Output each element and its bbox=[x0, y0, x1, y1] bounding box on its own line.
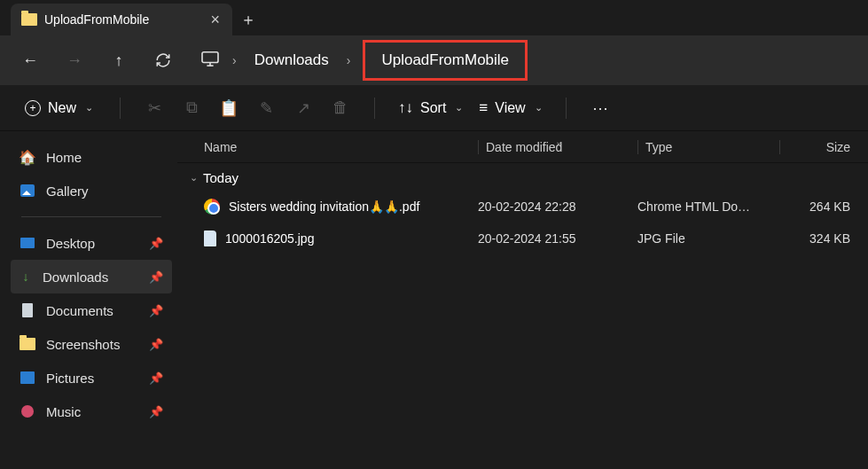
breadcrumb-item-downloads[interactable]: Downloads bbox=[249, 48, 334, 73]
sidebar-item-documents[interactable]: Documents 📌 bbox=[11, 293, 172, 327]
gallery-icon bbox=[20, 184, 35, 197]
refresh-icon bbox=[155, 52, 171, 68]
toolbar: + New ⌄ ✂ ⧉ 📋 ✎ ↗ 🗑 ↑↓ Sort ⌄ ≡ View ⌄ ⋯ bbox=[0, 85, 868, 131]
sidebar-item-label: Desktop bbox=[46, 236, 95, 251]
file-date: 20-02-2024 22:28 bbox=[478, 199, 637, 214]
sidebar-item-label: Downloads bbox=[43, 270, 108, 285]
new-button[interactable]: + New ⌄ bbox=[16, 95, 102, 121]
nav-row: ← → ↑ › Downloads › UploadFromMobile bbox=[0, 35, 868, 85]
sidebar-item-label: Music bbox=[46, 404, 81, 419]
sidebar-item-music[interactable]: Music 📌 bbox=[11, 395, 172, 428]
folder-icon bbox=[20, 338, 35, 350]
cut-button[interactable]: ✂ bbox=[138, 92, 170, 124]
sidebar-item-home[interactable]: 🏠 Home bbox=[11, 140, 172, 174]
col-date-label: Date modified bbox=[486, 140, 562, 154]
chevron-right-icon: › bbox=[347, 53, 351, 67]
divider bbox=[21, 216, 161, 217]
svg-rect-0 bbox=[202, 51, 218, 62]
file-size: 264 KB bbox=[779, 199, 868, 214]
separator bbox=[566, 98, 567, 119]
col-date[interactable]: ⌄ Date modified bbox=[478, 140, 637, 154]
separator bbox=[120, 98, 121, 119]
sidebar-item-label: Gallery bbox=[46, 184, 89, 199]
file-type: JPG File bbox=[637, 231, 779, 246]
sidebar-item-downloads[interactable]: Downloads 📌 bbox=[11, 260, 172, 293]
separator bbox=[374, 98, 375, 119]
pin-icon: 📌 bbox=[149, 304, 163, 317]
sort-indicator-icon: ⌄ bbox=[555, 137, 562, 146]
breadcrumb-item-uploadfrommobile[interactable]: UploadFromMobile bbox=[381, 51, 509, 69]
paste-button[interactable]: 📋 bbox=[213, 92, 245, 124]
delete-button[interactable]: 🗑 bbox=[325, 92, 356, 124]
column-headers: Name ⌄ Date modified Type Size bbox=[177, 131, 868, 163]
file-size: 324 KB bbox=[779, 231, 868, 246]
view-label: View bbox=[495, 100, 525, 116]
file-name: 1000016205.jpg bbox=[225, 231, 314, 246]
sort-label: Sort bbox=[420, 100, 446, 116]
document-icon bbox=[22, 303, 33, 317]
download-icon bbox=[20, 270, 32, 283]
tab-title: UploadFromMobile bbox=[44, 12, 149, 27]
file-date: 20-02-2024 21:55 bbox=[478, 231, 637, 246]
close-icon[interactable]: × bbox=[210, 12, 220, 27]
view-button[interactable]: ≡ View ⌄ bbox=[473, 99, 547, 117]
pc-icon[interactable] bbox=[200, 51, 220, 71]
sidebar-item-desktop[interactable]: Desktop 📌 bbox=[11, 226, 172, 260]
sort-icon: ↑↓ bbox=[398, 99, 413, 117]
chrome-icon bbox=[204, 199, 220, 215]
sidebar-item-pictures[interactable]: Pictures 📌 bbox=[11, 361, 172, 395]
image-file-icon bbox=[204, 231, 216, 246]
pictures-icon bbox=[20, 371, 35, 384]
up-button[interactable]: ↑ bbox=[99, 44, 138, 76]
sidebar-item-gallery[interactable]: Gallery bbox=[11, 174, 172, 207]
pin-icon: 📌 bbox=[149, 371, 163, 385]
share-button[interactable]: ↗ bbox=[287, 92, 319, 124]
pin-icon: 📌 bbox=[149, 405, 163, 418]
rename-button[interactable]: ✎ bbox=[250, 92, 282, 124]
pin-icon: 📌 bbox=[149, 237, 163, 250]
new-label: New bbox=[48, 100, 76, 116]
chevron-down-icon: ⌄ bbox=[190, 172, 198, 184]
sort-button[interactable]: ↑↓ Sort ⌄ bbox=[393, 99, 468, 117]
group-label: Today bbox=[203, 170, 239, 185]
forward-button[interactable]: → bbox=[55, 44, 94, 76]
plus-icon: + bbox=[25, 100, 41, 116]
sidebar-item-label: Home bbox=[46, 150, 82, 165]
col-name[interactable]: Name bbox=[177, 140, 478, 154]
file-type: Chrome HTML Do… bbox=[637, 199, 779, 214]
back-button[interactable]: ← bbox=[11, 44, 50, 76]
chevron-right-icon: › bbox=[232, 53, 237, 67]
pin-icon: 📌 bbox=[149, 270, 163, 284]
col-type[interactable]: Type bbox=[637, 140, 779, 154]
home-icon: 🏠 bbox=[20, 150, 35, 164]
chevron-down-icon: ⌄ bbox=[455, 102, 463, 113]
desktop-icon bbox=[20, 238, 35, 248]
breadcrumb: › Downloads › UploadFromMobile bbox=[200, 40, 528, 81]
copy-button[interactable]: ⧉ bbox=[176, 92, 207, 124]
breadcrumb-highlight: UploadFromMobile bbox=[363, 40, 528, 81]
sidebar-item-label: Documents bbox=[46, 303, 113, 318]
tab-uploadfrommobile[interactable]: UploadFromMobile × bbox=[11, 4, 232, 35]
file-list: Name ⌄ Date modified Type Size ⌄ Today S… bbox=[177, 131, 868, 469]
refresh-button[interactable] bbox=[144, 44, 183, 76]
folder-icon bbox=[21, 13, 37, 26]
tabbar: UploadFromMobile × ＋ bbox=[0, 0, 868, 35]
group-header-today[interactable]: ⌄ Today bbox=[177, 163, 868, 191]
monitor-icon bbox=[200, 51, 220, 66]
sidebar-item-label: Pictures bbox=[46, 371, 94, 386]
main: 🏠 Home Gallery Desktop 📌 Downloads 📌 Doc… bbox=[0, 131, 868, 469]
new-tab-button[interactable]: ＋ bbox=[232, 4, 264, 35]
sidebar-item-label: Screenshots bbox=[46, 337, 120, 352]
col-size[interactable]: Size bbox=[779, 140, 868, 154]
chevron-down-icon: ⌄ bbox=[85, 102, 93, 113]
view-icon: ≡ bbox=[479, 99, 488, 117]
music-icon bbox=[21, 405, 34, 418]
pin-icon: 📌 bbox=[149, 338, 163, 351]
file-row[interactable]: Sisters wedding invitation🙏🙏.pdf 20-02-2… bbox=[177, 191, 868, 223]
file-row[interactable]: 1000016205.jpg 20-02-2024 21:55 JPG File… bbox=[177, 223, 868, 254]
file-name: Sisters wedding invitation🙏🙏.pdf bbox=[229, 199, 419, 214]
chevron-down-icon: ⌄ bbox=[535, 102, 543, 113]
more-button[interactable]: ⋯ bbox=[584, 92, 616, 124]
sidebar: 🏠 Home Gallery Desktop 📌 Downloads 📌 Doc… bbox=[0, 131, 177, 469]
sidebar-item-screenshots[interactable]: Screenshots 📌 bbox=[11, 327, 172, 361]
